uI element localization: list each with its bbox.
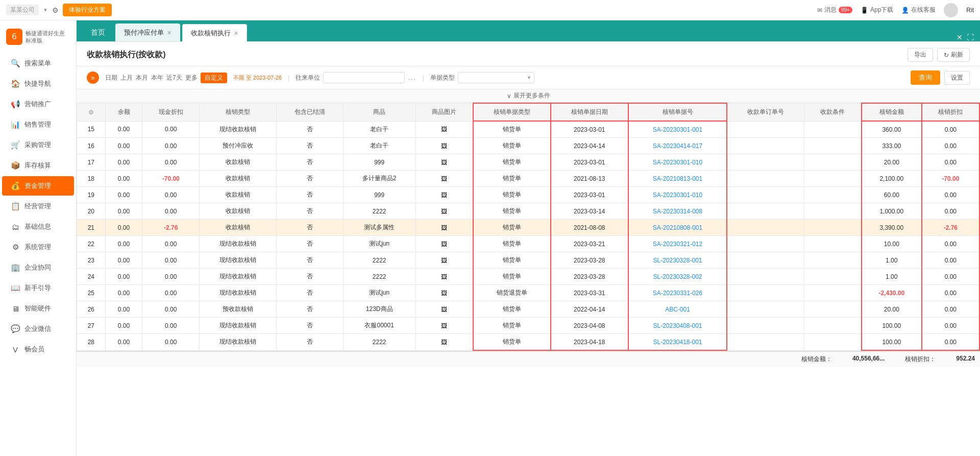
cell-include-settled: 否: [276, 285, 343, 301]
table-row: 160.000.00预付冲应收否老白干🖼销货单2023-04-14SA-2023…: [77, 138, 980, 154]
sidebar-item-guide[interactable]: 📖 新手引导: [2, 278, 74, 298]
user-name[interactable]: Rit: [966, 7, 974, 14]
sidebar-label-wechat: 企业微信: [24, 324, 51, 333]
tab-close-all-icon[interactable]: ✕: [957, 33, 963, 41]
page-header: 收款核销执行(按收款) 导出 ↻ 刷新: [77, 42, 980, 66]
tab-maximize-icon[interactable]: ⛶: [967, 33, 974, 41]
export-btn[interactable]: 导出: [908, 48, 933, 62]
cell-cash-discount: 0.00: [142, 252, 200, 269]
dropdown-arrow-icon[interactable]: ▼: [43, 7, 48, 13]
sidebar-item-member[interactable]: V 畅会员: [2, 340, 74, 359]
cell-bill-no[interactable]: SA-20230331-026: [628, 285, 727, 301]
bill-no-link[interactable]: SL-20230328-001: [653, 257, 702, 264]
sidebar-item-nav[interactable]: 🏠 快捷导航: [2, 74, 74, 93]
search-btn[interactable]: 查询: [911, 70, 940, 85]
cell-include-settled: 否: [276, 301, 343, 318]
company-name[interactable]: 某某公司: [6, 5, 39, 15]
filter-toggle-btn[interactable]: »: [87, 71, 99, 84]
bill-no-link[interactable]: SL-20230328-002: [653, 273, 702, 280]
bill-no-link[interactable]: SA-20230301-010: [653, 191, 702, 199]
cell-bill-no[interactable]: SL-20230328-001: [628, 252, 727, 269]
bill-no-link[interactable]: SA-20230301-010: [653, 159, 702, 166]
date-link-more[interactable]: 更多: [185, 74, 198, 82]
cell-bill-date: 2023-03-28: [551, 252, 628, 269]
footer-cancel-amount-label: 核销金额：: [801, 355, 832, 364]
partner-dots[interactable]: ...: [408, 74, 416, 81]
cell-balance: 0.00: [105, 138, 142, 154]
cell-bill-no[interactable]: SA-20210808-001: [628, 220, 727, 236]
cell-no: 18: [77, 171, 106, 187]
bill-no-link[interactable]: SL-20230408-001: [653, 322, 702, 329]
bill-no-link[interactable]: SL-20230418-001: [653, 339, 702, 346]
cell-no: 20: [77, 203, 106, 220]
tab-collect-close[interactable]: ✕: [234, 30, 238, 37]
online-service-item[interactable]: 👤 在线客服: [901, 6, 936, 14]
tab-home[interactable]: 首页: [83, 24, 113, 41]
sidebar-item-hardware[interactable]: 🖥 智能硬件: [2, 299, 74, 318]
bill-no-link[interactable]: SA-20230314-008: [653, 208, 702, 215]
cell-collection-cond: [804, 203, 861, 220]
expand-more-btn[interactable]: ∨ 展开更多条件: [507, 91, 550, 100]
sidebar-item-search[interactable]: 🔍 搜索菜单: [2, 54, 74, 73]
sidebar-item-marketing[interactable]: 📢 营销推广: [2, 94, 74, 114]
col-settings[interactable]: ⚙: [77, 103, 106, 121]
cell-bill-no[interactable]: SA-20230414-017: [628, 138, 727, 154]
tab-prepay-close[interactable]: ✕: [167, 30, 172, 36]
bill-no-link[interactable]: SA-20230321-012: [653, 241, 702, 248]
sidebar-item-basics[interactable]: 🗂 基础信息: [2, 217, 74, 236]
cell-bill-no[interactable]: SA-20230301-001: [628, 121, 727, 138]
cell-bill-no[interactable]: SA-20210813-001: [628, 171, 727, 187]
expand-icon: ∨: [507, 92, 511, 100]
tab-collect[interactable]: 收款核销执行 ✕: [182, 24, 247, 42]
cell-cancel-amount: 100.00: [862, 334, 922, 351]
sidebar-item-purchase[interactable]: 🛒 采购管理: [2, 135, 74, 155]
sidebar-item-system[interactable]: ⚙ 系统管理: [2, 237, 74, 257]
tab-collect-label: 收款核销执行: [191, 29, 231, 38]
date-custom-btn[interactable]: 自定义: [201, 73, 227, 83]
avatar[interactable]: [944, 3, 958, 17]
industry-btn[interactable]: 体验行业方案: [63, 4, 112, 16]
cell-bill-no[interactable]: SL-20230418-001: [628, 334, 727, 351]
cell-collection-order: [727, 334, 804, 351]
cell-bill-date: 2023-04-18: [551, 334, 628, 351]
table-row: 220.000.00现结收款核销否测试jun🖼销货单2023-03-21SA-2…: [77, 236, 980, 252]
cell-bill-no[interactable]: SL-20230408-001: [628, 318, 727, 334]
date-link-7days[interactable]: 近7天: [166, 74, 182, 82]
bill-no-link[interactable]: SA-20210808-001: [653, 224, 702, 231]
cell-bill-no[interactable]: SA-20230301-010: [628, 187, 727, 203]
setting-btn[interactable]: 设置: [944, 71, 970, 85]
cell-include-settled: 否: [276, 187, 343, 203]
date-link-this-year[interactable]: 本年: [151, 74, 163, 82]
cell-bill-no[interactable]: SL-20230328-002: [628, 269, 727, 285]
bill-no-link[interactable]: ABC-001: [665, 306, 690, 313]
cell-bill-date: 2023-03-14: [551, 203, 628, 220]
cell-bill-no[interactable]: SA-20230314-008: [628, 203, 727, 220]
date-link-this-month[interactable]: 本月: [136, 74, 148, 82]
sidebar-item-operations[interactable]: 📋 经营管理: [2, 197, 74, 216]
bill-no-link[interactable]: SA-20210813-001: [653, 175, 702, 182]
gear-icon[interactable]: ⚙: [52, 6, 59, 14]
cell-bill-no[interactable]: ABC-001: [628, 301, 727, 318]
cell-balance: 0.00: [105, 220, 142, 236]
cell-bill-no[interactable]: SA-20230321-012: [628, 236, 727, 252]
sidebar-item-inventory[interactable]: 📦 库存核算: [2, 156, 74, 175]
sidebar-item-corp[interactable]: 🏢 企业协同: [2, 258, 74, 277]
sidebar-item-wechat[interactable]: 💬 企业微信: [2, 319, 74, 339]
col-cash-discount: 现金折扣: [142, 103, 200, 121]
cell-product-img: 🖼: [415, 285, 473, 301]
app-download-item[interactable]: 📱 App下载: [861, 6, 893, 14]
message-item[interactable]: ✉ 消息 99+: [817, 6, 852, 14]
bill-type-select[interactable]: [458, 72, 534, 83]
bill-no-link[interactable]: SA-20230331-026: [653, 290, 702, 297]
filter-sep-1: |: [288, 74, 289, 82]
bill-no-link[interactable]: SA-20230301-001: [653, 126, 702, 133]
message-label: 消息: [824, 6, 837, 14]
bill-no-link[interactable]: SA-20230414-017: [653, 142, 702, 150]
sidebar-item-finance[interactable]: 💰 资金管理: [2, 176, 74, 196]
sidebar-item-sales[interactable]: 📊 销售管理: [2, 115, 74, 134]
tab-prepay[interactable]: 预付冲应付单 ✕: [115, 23, 180, 41]
cell-bill-no[interactable]: SA-20230301-010: [628, 154, 727, 171]
date-link-last-month[interactable]: 上月: [120, 74, 133, 82]
refresh-btn[interactable]: ↻ 刷新: [937, 48, 970, 62]
partner-input[interactable]: [323, 72, 405, 83]
